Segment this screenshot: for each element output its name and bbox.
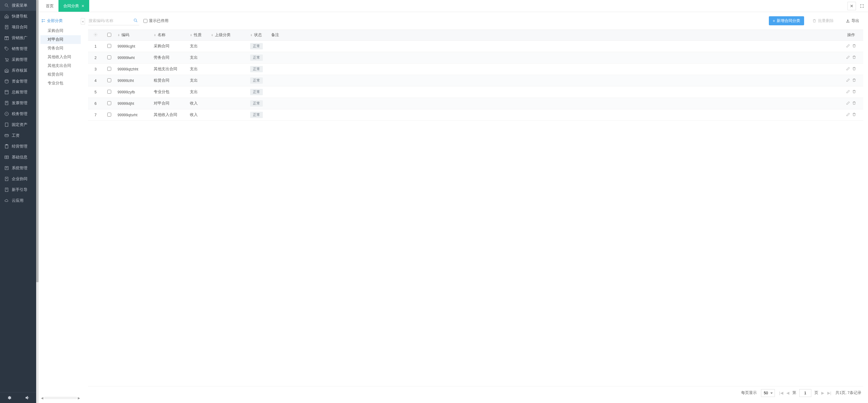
table-row: 199999cght采购合同支出正常	[88, 41, 863, 52]
col-remark[interactable]: 备注	[269, 30, 839, 41]
close-all-tabs-button[interactable]: ✕	[847, 2, 856, 10]
next-page-button[interactable]: ▶	[821, 391, 824, 395]
delete-icon[interactable]	[852, 67, 856, 71]
edit-icon[interactable]	[846, 78, 850, 82]
edit-icon[interactable]	[846, 101, 850, 105]
col-code[interactable]: ▲▼编码	[115, 30, 151, 41]
sidebar-item-cloud[interactable]: 云应用	[0, 195, 36, 206]
cell-nature: 支出	[187, 87, 209, 98]
sidebar-item-help[interactable]: 新手引导	[0, 184, 36, 195]
sidebar-item-document[interactable]: 项目合同	[0, 22, 36, 33]
row-index: 1	[88, 41, 103, 52]
sidebar-item-label: 总账管理	[12, 90, 27, 95]
sidebar-scrollbar-thumb[interactable]	[36, 0, 38, 282]
cell-code: 99999djht	[115, 98, 151, 109]
tree-header[interactable]: 全部分类	[40, 16, 81, 27]
delete-icon[interactable]	[852, 101, 856, 105]
cell-actions	[839, 98, 863, 109]
sidebar-item-grid[interactable]: 基础信息	[0, 152, 36, 163]
row-checkbox[interactable]	[107, 44, 111, 48]
export-button[interactable]: 导出	[842, 16, 863, 25]
edit-icon[interactable]	[846, 55, 850, 59]
collapse-tree-button[interactable]: «	[81, 18, 85, 25]
show-disabled-checkbox[interactable]	[144, 19, 147, 23]
row-checkbox[interactable]	[107, 101, 111, 105]
close-icon[interactable]: ✕	[82, 4, 84, 8]
search-icon[interactable]	[133, 18, 138, 23]
settings-button[interactable]	[0, 393, 18, 403]
row-checkbox[interactable]	[107, 113, 111, 116]
col-status[interactable]: ▲▼状态	[248, 30, 269, 41]
sidebar-item-shield[interactable]: 税务管理	[0, 108, 36, 119]
sidebar-item-home[interactable]: 快捷导航	[0, 11, 36, 22]
sidebar-item-building[interactable]: 固定资产	[0, 119, 36, 130]
delete-icon[interactable]	[852, 112, 856, 116]
col-nature[interactable]: ▲▼性质	[187, 30, 209, 41]
tree-item[interactable]: 其他收入合同	[40, 53, 81, 62]
delete-icon[interactable]	[852, 55, 856, 59]
sound-icon	[25, 396, 30, 400]
batch-delete-button[interactable]: 批量删除	[808, 16, 838, 25]
sidebar-item-gift[interactable]: 营销推广	[0, 33, 36, 43]
page-input[interactable]	[799, 389, 811, 397]
export-icon	[846, 19, 850, 23]
edit-icon[interactable]	[846, 112, 850, 116]
home-icon	[4, 14, 9, 19]
show-disabled-checkbox-wrap[interactable]: 显示已停用	[144, 18, 168, 24]
sidebar-item-label: 基础信息	[12, 155, 27, 160]
tree-item[interactable]: 劳务合同	[40, 44, 81, 53]
sidebar-item-org[interactable]: 企业协同	[0, 173, 36, 184]
col-settings[interactable]	[88, 30, 103, 41]
per-page-select[interactable]: 50	[761, 389, 775, 397]
tab-home[interactable]: 首页	[41, 0, 59, 12]
tree-item[interactable]: 采购合同	[40, 27, 81, 35]
delete-icon[interactable]	[852, 78, 856, 82]
tree-item[interactable]: 其他支出合同	[40, 62, 81, 70]
tree-item[interactable]: 对甲合同	[40, 35, 81, 44]
fullscreen-button[interactable]	[858, 2, 866, 10]
status-badge: 正常	[250, 43, 263, 49]
delete-icon[interactable]	[852, 90, 856, 94]
sidebar-item-receipt[interactable]: 发票管理	[0, 98, 36, 108]
sidebar-item-label: 企业协同	[12, 176, 27, 181]
edit-icon[interactable]	[846, 44, 850, 48]
tab-contract-category[interactable]: 合同分类 ✕	[59, 0, 89, 12]
delete-icon[interactable]	[852, 44, 856, 48]
row-checkbox[interactable]	[107, 56, 111, 59]
sidebar-item-tag[interactable]: 销售管理	[0, 43, 36, 54]
clipboard-icon	[4, 144, 9, 149]
sidebar-item-warehouse[interactable]: 库存核算	[0, 65, 36, 76]
sidebar-item-settings[interactable]: 系统管理	[0, 163, 36, 173]
sidebar-item-card[interactable]: 工资	[0, 130, 36, 141]
cell-remark	[269, 87, 839, 98]
tree-item[interactable]: 租赁合同	[40, 70, 81, 79]
prev-page-button[interactable]: ◀	[786, 391, 789, 395]
sidebar-item-cart[interactable]: 采购管理	[0, 54, 36, 65]
sidebar-item-book[interactable]: 总账管理	[0, 87, 36, 98]
cell-status: 正常	[248, 87, 269, 98]
col-parent[interactable]: ▲▼上级分类	[209, 30, 248, 41]
tree-item[interactable]: 专业分包	[40, 79, 81, 88]
edit-icon[interactable]	[846, 90, 850, 94]
tree-horizontal-scrollbar[interactable]: ◀ ▶	[40, 396, 81, 399]
row-checkbox[interactable]	[107, 90, 111, 94]
collapse-sidebar-button[interactable]	[18, 393, 36, 403]
search-input[interactable]	[88, 16, 139, 25]
cell-parent	[209, 87, 248, 98]
row-checkbox[interactable]	[107, 67, 111, 71]
sidebar-item-clipboard[interactable]: 经营管理	[0, 141, 36, 152]
cell-parent	[209, 109, 248, 121]
first-page-button[interactable]: |◀	[779, 391, 783, 395]
row-index: 2	[88, 52, 103, 64]
col-name[interactable]: ▲▼名称	[151, 30, 187, 41]
sidebar-item-label: 采购管理	[12, 57, 27, 62]
edit-icon[interactable]	[846, 67, 850, 71]
sidebar-item-search[interactable]: 搜索菜单	[0, 0, 36, 11]
select-all-checkbox[interactable]	[107, 33, 111, 37]
sidebar-item-database[interactable]: 资金管理	[0, 76, 36, 87]
add-category-button[interactable]: + 新增合同分类	[769, 16, 804, 25]
settings-icon	[4, 166, 9, 170]
sidebar-item-label: 销售管理	[12, 46, 27, 52]
last-page-button[interactable]: ▶|	[827, 391, 831, 395]
row-checkbox[interactable]	[107, 78, 111, 82]
